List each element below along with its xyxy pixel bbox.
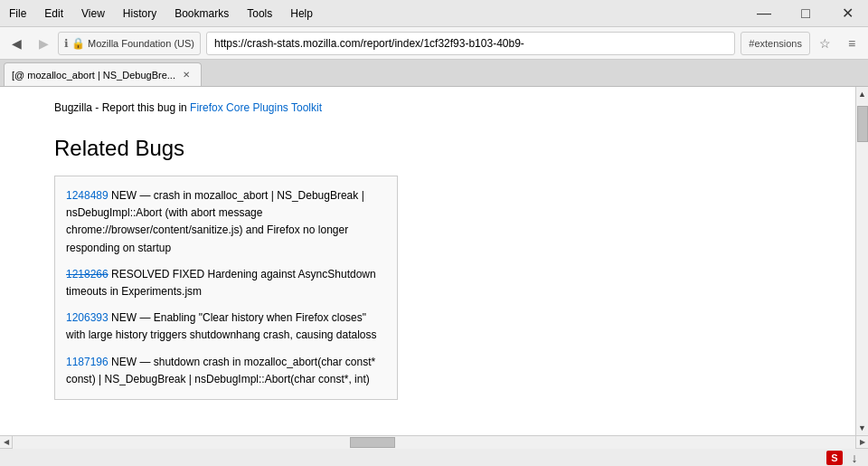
bugzilla-link-plugins[interactable]: Plugins — [252, 101, 288, 114]
security-status-icon: S — [826, 451, 843, 465]
security-indicator[interactable]: ℹ 🔒 Mozilla Foundation (US) — [58, 32, 201, 55]
download-status-icon: ↓ — [846, 451, 863, 465]
menu-file[interactable]: File — [0, 4, 35, 24]
bug-desc-1206393: NEW — Enabling "Clear history when Firef… — [66, 311, 377, 341]
bug-link-1206393[interactable]: 1206393 — [66, 311, 108, 324]
bug-link-1218266[interactable]: 1218266 — [66, 268, 108, 281]
back-button[interactable]: ◀ — [4, 31, 29, 56]
bug-link-1248489[interactable]: 1248489 — [66, 189, 108, 202]
menu-edit[interactable]: Edit — [35, 4, 72, 24]
url-bar[interactable] — [206, 32, 735, 55]
browser-menu-button[interactable]: ≡ — [839, 31, 864, 56]
bugzilla-prefix: Bugzilla - Report this bug in — [54, 101, 190, 114]
forward-button[interactable]: ▶ — [31, 31, 56, 56]
bookmark-star-button[interactable]: ☆ — [812, 31, 837, 56]
bugzilla-link-core[interactable]: Core — [226, 101, 250, 114]
minimize-button[interactable]: — — [743, 0, 785, 27]
navigation-toolbar: ◀ ▶ ℹ 🔒 Mozilla Foundation (US) #extensi… — [0, 27, 868, 60]
active-tab[interactable]: [@ mozalloc_abort | NS_DebugBre... ✕ — [4, 62, 202, 86]
lock-icon: 🔒 — [71, 37, 85, 50]
hscroll-track[interactable] — [13, 436, 855, 449]
vertical-scrollbar[interactable]: ▲ ▼ — [855, 87, 868, 435]
bugs-box: 1248489 NEW — crash in mozalloc_abort | … — [54, 176, 398, 400]
scroll-thumb[interactable] — [857, 106, 868, 142]
scroll-down-arrow[interactable]: ▼ — [856, 421, 869, 435]
bottom-area: ◀ ▶ S ↓ — [0, 435, 868, 466]
page-content: Bugzilla - Report this bug in Firefox Co… — [0, 87, 778, 414]
menu-history[interactable]: History — [114, 4, 165, 24]
titlebar: File Edit View History Bookmarks Tools H… — [0, 0, 868, 27]
bugzilla-header: Bugzilla - Report this bug in Firefox Co… — [54, 101, 723, 114]
window-controls: — □ ✕ — [743, 0, 868, 27]
menu-help[interactable]: Help — [281, 4, 322, 24]
bugzilla-link-toolkit[interactable]: Toolkit — [291, 101, 322, 114]
tab-title: [@ mozalloc_abort | NS_DebugBre... — [12, 70, 175, 81]
menu-tools[interactable]: Tools — [238, 4, 281, 24]
tab-close-button[interactable]: ✕ — [179, 68, 193, 82]
info-icon: ℹ — [64, 37, 69, 50]
content-area: Bugzilla - Report this bug in Firefox Co… — [0, 87, 868, 435]
bug-entry-1187196: 1187196 NEW — shutdown crash in mozalloc… — [66, 354, 386, 388]
tab-bar: [@ mozalloc_abort | NS_DebugBre... ✕ — [0, 60, 868, 87]
bug-entry-1248489: 1248489 NEW — crash in mozalloc_abort | … — [66, 187, 386, 257]
hscroll-left-arrow[interactable]: ◀ — [0, 436, 13, 449]
horizontal-scrollbar[interactable]: ◀ ▶ — [0, 435, 868, 448]
status-bar: S ↓ — [0, 448, 868, 466]
hscroll-right-arrow[interactable]: ▶ — [855, 436, 868, 449]
menu-bookmarks[interactable]: Bookmarks — [165, 4, 238, 24]
hscroll-thumb[interactable] — [350, 437, 395, 448]
scroll-track[interactable] — [856, 101, 869, 421]
bug-link-1187196[interactable]: 1187196 — [66, 356, 108, 368]
bugzilla-link-firefox[interactable]: Firefox — [190, 101, 223, 114]
org-name: Mozilla Foundation (US) — [88, 38, 194, 49]
bug-entry-1218266: 1218266 RESOLVED FIXED Hardening against… — [66, 266, 386, 300]
menu-view[interactable]: View — [72, 4, 114, 24]
scroll-up-arrow[interactable]: ▲ — [856, 87, 869, 101]
bug-desc-1218266: RESOLVED FIXED Hardening against AsyncSh… — [66, 268, 376, 298]
menu-bar: File Edit View History Bookmarks Tools H… — [0, 4, 322, 24]
bug-desc-1187196: NEW — shutdown crash in mozalloc_abort(c… — [66, 356, 375, 385]
bug-entry-1206393: 1206393 NEW — Enabling "Clear history wh… — [66, 309, 386, 344]
status-icons: S ↓ — [826, 451, 863, 465]
close-button[interactable]: ✕ — [826, 0, 868, 27]
extensions-button[interactable]: #extensions — [741, 32, 810, 55]
section-title: Related Bugs — [54, 136, 723, 161]
page-scroll[interactable]: Bugzilla - Report this bug in Firefox Co… — [0, 87, 855, 435]
bug-desc-1248489: NEW — crash in mozalloc_abort | NS_Debug… — [66, 189, 364, 254]
maximize-button[interactable]: □ — [785, 0, 826, 27]
